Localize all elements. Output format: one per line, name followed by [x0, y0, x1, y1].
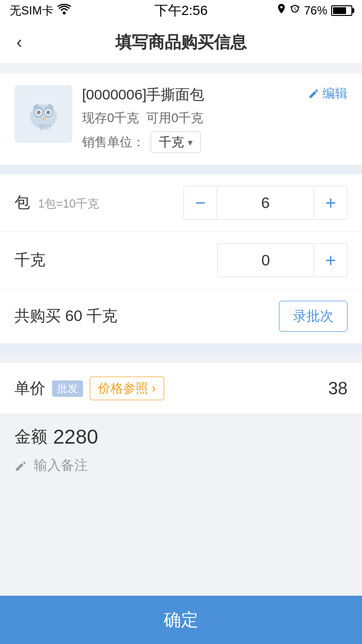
quantity-section: 包 1包=10千克 − + 千克 + 共购买 60 千克 录批次	[0, 174, 362, 344]
battery-percent: 76%	[304, 4, 327, 17]
status-time: 下午2:56	[154, 1, 208, 20]
status-left: 无SIM卡	[10, 3, 71, 18]
price-ref-button[interactable]: 价格参照 ›	[90, 377, 164, 400]
bag-decrease-button[interactable]: −	[183, 186, 217, 220]
bag-quantity-controls: − +	[183, 186, 348, 220]
page-title: 填写商品购买信息	[115, 31, 247, 54]
amount-label: 金额	[14, 426, 47, 448]
amount-section: 金额 2280 输入备注	[0, 414, 362, 486]
status-bar: 无SIM卡 下午2:56 76%	[0, 0, 362, 21]
svg-point-6	[37, 111, 41, 114]
bag-label: 包 1包=10千克	[14, 192, 183, 213]
kg-quantity-row: 千克 +	[0, 232, 362, 289]
batch-tag: 批发	[52, 380, 83, 397]
summary-text: 共购买 60 千克	[14, 306, 117, 327]
nav-bar: ‹ 填写商品购买信息	[0, 21, 362, 64]
unit-label: 销售单位：	[82, 134, 145, 151]
kg-quantity-controls: +	[217, 243, 348, 277]
price-label-row: 单价 批发 价格参照 ›	[14, 377, 164, 400]
chevron-down-icon: ▾	[188, 137, 193, 148]
price-label: 单价	[14, 378, 45, 399]
carrier-text: 无SIM卡	[10, 3, 54, 18]
kg-increase-button[interactable]: +	[314, 243, 348, 277]
bag-quantity-input[interactable]	[217, 186, 314, 220]
product-stock: 现存0千克 可用0千克	[82, 110, 348, 126]
price-value: 38	[328, 378, 348, 399]
bag-quantity-row: 包 1包=10千克 − +	[0, 174, 362, 232]
location-icon	[277, 4, 286, 17]
edit-button[interactable]: 编辑	[308, 85, 348, 102]
bag-increase-button[interactable]: +	[314, 186, 348, 220]
section-divider-1	[0, 165, 362, 174]
batch-button[interactable]: 录批次	[279, 301, 348, 332]
amount-row: 金额 2280	[14, 425, 348, 448]
amount-value: 2280	[53, 425, 98, 448]
back-button[interactable]: ‹	[0, 21, 39, 64]
battery-icon	[331, 5, 352, 16]
remark-row[interactable]: 输入备注	[14, 456, 348, 475]
product-unit-row: 销售单位： 千克 ▾	[82, 131, 348, 153]
bag-hint: 1包=10千克	[38, 197, 99, 210]
section-divider-2	[0, 344, 362, 353]
svg-point-8	[41, 117, 46, 120]
status-right: 76%	[277, 4, 352, 17]
unit-selector[interactable]: 千克 ▾	[151, 131, 201, 153]
svg-point-0	[63, 12, 66, 14]
pencil-icon	[14, 459, 28, 472]
product-card: 智计 [0000006]手撕面包 现存0千克 可用0千克 销售单位： 千克 ▾ …	[0, 73, 362, 165]
confirm-button[interactable]: 确定	[0, 596, 362, 644]
price-section: 单价 批发 价格参照 › 38	[0, 363, 362, 414]
kg-label: 千克	[14, 250, 217, 271]
product-image: 智计	[14, 85, 72, 143]
alarm-icon	[290, 4, 300, 17]
summary-row: 共购买 60 千克 录批次	[0, 289, 362, 344]
wifi-icon	[57, 4, 71, 17]
kg-quantity-input[interactable]	[217, 243, 314, 277]
svg-point-7	[46, 111, 50, 114]
svg-text:智计: 智计	[39, 124, 52, 131]
remark-placeholder: 输入备注	[34, 456, 88, 475]
